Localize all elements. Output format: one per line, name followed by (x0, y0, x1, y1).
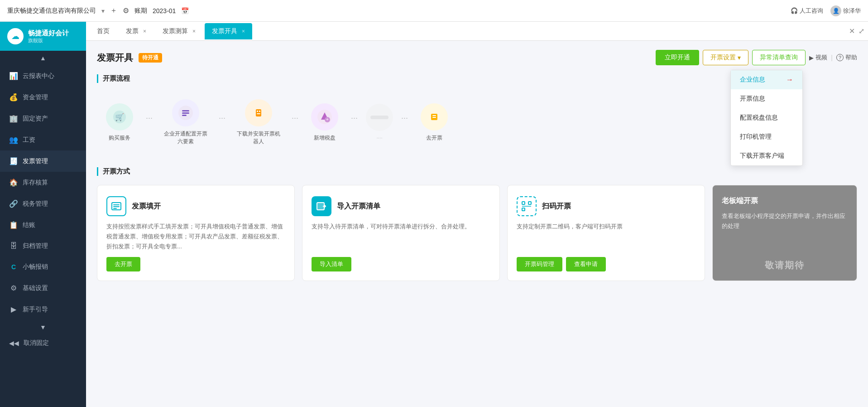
dropdown-item-printer[interactable]: 打印机管理 (731, 127, 802, 146)
logo-cloud-icon: ☁ (11, 31, 19, 41)
separator: | (831, 54, 833, 61)
report-sales-icon: C (9, 263, 18, 271)
top-bar: 重庆畅捷交通信息咨询有限公司 ▾ ＋ ⚙ 账期 2023-01 📅 🎧 人工咨询… (0, 0, 868, 22)
dropdown-item-tax-disk[interactable]: 配置税盘信息 (731, 108, 802, 127)
user-btn[interactable]: 👤 徐泽华 (830, 5, 861, 16)
method-scan-header: 扫码开票 (517, 196, 695, 216)
sidebar-item-new-guide[interactable]: ▶ 新手引导 (0, 299, 86, 320)
tab-invoice-open-close[interactable]: × (242, 28, 245, 34)
methods-grid: 发票填开 支持按照发票样式手工填开发票；可开具增值税电子普通发票、增值税普通发票… (97, 185, 857, 281)
flow-step-configure[interactable]: 企业开通配置开票六要素 (156, 99, 215, 145)
qrcode-manage-btn[interactable]: 开票码管理 (517, 257, 562, 271)
sidebar-item-fund-mgmt[interactable]: 💰 资金管理 (0, 87, 86, 108)
support-label: 人工咨询 (800, 7, 823, 15)
sidebar-item-archive[interactable]: 🗄 归档管理 (0, 236, 86, 257)
content-area: 首页 发票 × 发票测算 × 发票开具 × ✕ ⤢ 发票开具 (86, 22, 868, 407)
tab-invoice-close[interactable]: × (143, 28, 146, 34)
svg-rect-26 (528, 202, 531, 204)
sidebar-item-report-sales[interactable]: C 小畅报销 (0, 257, 86, 277)
flow-arrow-3: ··· (288, 113, 302, 123)
method-boss-title: 老板端开票 (722, 196, 758, 206)
tab-home[interactable]: 首页 (90, 23, 117, 39)
page-actions: 立即开通 开票设置 ▾ 异常清单查询 ▶ 视频 | ? 帮助 (656, 50, 857, 65)
tab-invoice-calc[interactable]: 发票测算 × (155, 23, 203, 39)
flow-icon-add-taxdisk: + (311, 103, 338, 131)
flow-step-add-taxdisk[interactable]: + 新增税盘 (302, 103, 347, 142)
company-dropdown-icon[interactable]: ▾ (101, 7, 105, 15)
printer-label: 打印机管理 (740, 133, 772, 141)
sidebar-logo: ☁ 畅捷通好会计 旗舰版 (0, 22, 86, 51)
dropdown-item-invoice-info[interactable]: 开票信息 (731, 89, 802, 108)
sidebar-item-invoice-mgmt[interactable]: 🧾 发票管理 (0, 150, 86, 172)
svg-rect-22 (113, 208, 117, 209)
svg-rect-18 (432, 117, 436, 118)
fund-mgmt-icon: 💰 (9, 93, 18, 102)
company-name: 重庆畅捷交通信息咨询有限公司 (7, 7, 96, 15)
tab-invoice[interactable]: 发票 × (119, 23, 153, 39)
sidebar-item-cloud-report[interactable]: 📊 云报表中心 (0, 65, 86, 87)
support-btn[interactable]: 🎧 人工咨询 (791, 7, 823, 15)
play-icon: ▶ (809, 54, 814, 61)
method-icon-fill (106, 196, 126, 216)
dropdown-item-company-info[interactable]: 企业信息 → (731, 70, 802, 89)
method-import-title: 导入开票清单 (337, 202, 380, 211)
flow-step-go-invoice[interactable]: 去开票 (412, 103, 457, 142)
flow-step-buy-service[interactable]: 🛒 购买服务 (97, 103, 142, 142)
cloud-report-icon: 📊 (9, 72, 18, 80)
tab-invoice-calc-close[interactable]: × (192, 28, 196, 34)
calendar-icon[interactable]: 📅 (181, 7, 189, 15)
inventory-icon: 🏠 (9, 178, 18, 187)
flow-step-download-robot[interactable]: 下载并安装开票机器人 (229, 99, 288, 145)
new-guide-icon: ▶ (9, 305, 18, 314)
sidebar-scroll-down[interactable]: ▼ (0, 320, 86, 334)
sidebar-item-basic-settings[interactable]: ⚙ 基础设置 (0, 277, 86, 299)
help-label: 帮助 (845, 53, 857, 62)
go-invoice-btn[interactable]: 去开票 (106, 257, 140, 271)
flow-label-extra: ···· (376, 135, 382, 141)
invoice-info-label: 开票信息 (740, 95, 765, 103)
method-scan-title: 扫码开票 (542, 202, 571, 211)
view-apply-btn[interactable]: 查看申请 (566, 257, 606, 271)
basic-settings-icon: ⚙ (9, 284, 18, 292)
svg-rect-7 (256, 109, 261, 116)
tab-close-all-icon[interactable]: ✕ (849, 27, 855, 35)
tab-expand-icon[interactable]: ⤢ (858, 27, 864, 35)
video-btn[interactable]: ▶ 视频 (809, 53, 827, 62)
report-sales-label: 小畅报销 (23, 263, 48, 271)
method-fill-action: 去开票 (106, 257, 285, 271)
settings-icon[interactable]: ⚙ (123, 6, 129, 15)
new-guide-label: 新手引导 (23, 305, 48, 314)
anomaly-btn[interactable]: 异常清单查询 (752, 50, 806, 65)
method-scan-desc: 支持定制开票二维码，客户端可扫码开票 (517, 222, 695, 252)
svg-rect-21 (113, 206, 120, 207)
method-icon-scan (517, 196, 537, 216)
dropdown-item-download-client[interactable]: 下载开票客户端 (731, 146, 802, 165)
flow-label-buy-service: 购买服务 (109, 134, 130, 142)
payroll-label: 工资 (23, 136, 35, 144)
headset-icon: 🎧 (791, 7, 798, 14)
logo-icon: ☁ (7, 28, 24, 44)
method-icon-import (312, 196, 331, 216)
tab-invoice-open[interactable]: 发票开具 × (205, 23, 252, 39)
sidebar-item-payroll[interactable]: 👥 工资 (0, 129, 86, 150)
sidebar-item-inventory[interactable]: 🏠 库存核算 (0, 172, 86, 193)
tax-mgmt-label: 税务管理 (23, 200, 48, 208)
company-info-label: 企业信息 (740, 76, 765, 84)
sidebar-item-settlement[interactable]: 📋 结账 (0, 214, 86, 236)
sidebar-item-fixed-assets[interactable]: 🏢 固定资产 (0, 108, 86, 129)
sidebar-scroll-up[interactable]: ▲ (0, 51, 86, 65)
flow-label-go-invoice: 去开票 (426, 134, 442, 142)
tab-home-label: 首页 (97, 27, 110, 35)
add-icon[interactable]: ＋ (110, 6, 117, 15)
cancel-pin-icon: ◀◀ (9, 339, 19, 347)
import-list-btn[interactable]: 导入清单 (312, 257, 351, 271)
settings-btn[interactable]: 开票设置 ▾ (703, 50, 748, 65)
settings-dropdown-menu: 企业信息 → 开票信息 配置税盘信息 打印机管理 下 (730, 70, 803, 166)
svg-rect-27 (522, 208, 525, 211)
help-btn[interactable]: ? 帮助 (836, 53, 857, 62)
sidebar-item-tax-mgmt[interactable]: 🔗 税务管理 (0, 193, 86, 214)
method-card-boss-invoice: 老板端开票 查看老板端小程序提交的开票申请，并作出相应的处理 敬请期待 (712, 185, 857, 281)
activate-btn[interactable]: 立即开通 (656, 50, 699, 65)
invoice-mgmt-label: 发票管理 (23, 157, 48, 165)
sidebar-item-cancel-pin[interactable]: ◀◀ 取消固定 (0, 334, 86, 352)
